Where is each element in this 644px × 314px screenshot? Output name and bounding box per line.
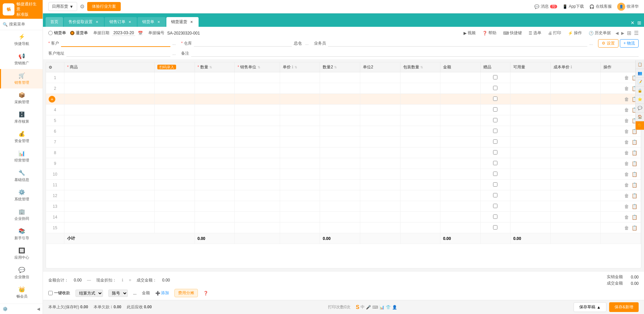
- right-panel-active[interactable]: 🟠: [636, 121, 644, 130]
- delete-row-7[interactable]: 🗑: [624, 139, 630, 145]
- user-profile[interactable]: 👤 徐泽华: [617, 3, 639, 11]
- sidebar-item-finance[interactable]: 💰 资金管理: [0, 127, 43, 147]
- add-payment-btn[interactable]: ➕ 添加: [155, 290, 169, 296]
- address-input[interactable]: [66, 50, 170, 57]
- cost-info-icon[interactable]: ℹ: [571, 65, 572, 69]
- remark-input[interactable]: [191, 50, 639, 57]
- save-draft-btn[interactable]: 保存草稿 ▲: [574, 302, 606, 312]
- one-click-payment[interactable]: 一键收款: [48, 290, 70, 296]
- gift-checkbox-12[interactable]: [493, 193, 497, 197]
- gift-checkbox-10[interactable]: [493, 172, 497, 176]
- col-scan[interactable]: 扫码录入: [155, 62, 195, 72]
- industry-select[interactable]: 日用百货 ▼: [48, 2, 77, 11]
- gift-checkbox-13[interactable]: [493, 204, 497, 208]
- customer-input[interactable]: [61, 40, 170, 47]
- discount-info-icon[interactable]: ℹ: [122, 278, 123, 282]
- close-tab-price[interactable]: ✕: [95, 20, 99, 24]
- gift-checkbox-11[interactable]: [493, 182, 497, 187]
- fee-help-icon[interactable]: ❓: [203, 291, 208, 296]
- pack-sort-icon[interactable]: ⇅: [420, 65, 423, 69]
- right-panel-star[interactable]: ⭐: [636, 95, 644, 104]
- operate-btn[interactable]: ⚡ 操作: [566, 29, 584, 37]
- app-download-btn[interactable]: 📱 App下载: [562, 4, 584, 9]
- copy-row-13[interactable]: 📋: [631, 203, 638, 210]
- salesman-select-btn[interactable]: ...: [589, 41, 593, 46]
- sidebar-item-marketing[interactable]: 📢 营销推广: [0, 50, 43, 69]
- delete-row-1-btn[interactable]: 🗑: [624, 74, 630, 81]
- shortcut-btn[interactable]: ⌨ 快捷键: [501, 29, 524, 37]
- salesman-input[interactable]: [328, 40, 587, 47]
- next-doc-btn[interactable]: ▶: [621, 31, 624, 36]
- gift-checkbox-6[interactable]: [493, 129, 497, 133]
- gift-checkbox-15[interactable]: [493, 225, 497, 230]
- delete-row-9[interactable]: 🗑: [624, 160, 630, 167]
- gift-checkbox-14[interactable]: [493, 214, 497, 219]
- copy-row-7[interactable]: 📋: [631, 139, 638, 145]
- sidebar-item-operation[interactable]: 📊 经营管理: [0, 147, 43, 166]
- close-tab-sales[interactable]: ✕: [156, 20, 161, 24]
- copy-row-12[interactable]: 📋: [631, 192, 638, 199]
- unit-sort-icon[interactable]: ⇅: [258, 65, 260, 69]
- delete-row-3-btn[interactable]: 🗑: [624, 96, 630, 103]
- right-panel-home[interactable]: 🏠: [636, 113, 644, 121]
- sidebar-item-enterprise[interactable]: 🏢 企业协同: [0, 205, 43, 225]
- calendar-icon[interactable]: 📅: [138, 31, 143, 36]
- warehouse-input[interactable]: [194, 40, 292, 47]
- close-tab-sales-order[interactable]: ✕: [127, 20, 132, 24]
- copy-row-8[interactable]: 📋: [631, 149, 638, 156]
- gift-checkbox-5[interactable]: [493, 118, 497, 122]
- copy-row-15[interactable]: 📋: [631, 225, 638, 231]
- gift-checkbox-1[interactable]: [493, 75, 497, 79]
- product-input-3[interactable]: [67, 97, 152, 102]
- experience-btn[interactable]: 体验行业方案: [87, 2, 121, 11]
- debt-info-icon[interactable]: ℹ: [111, 305, 112, 309]
- gift-checkbox-7[interactable]: [493, 139, 497, 144]
- copy-row-10[interactable]: 📋: [631, 171, 638, 178]
- gift-checkbox-2[interactable]: [493, 86, 497, 90]
- delete-row-11[interactable]: 🗑: [624, 182, 630, 188]
- add-row-btn[interactable]: +: [49, 96, 55, 103]
- delete-row-13[interactable]: 🗑: [624, 203, 630, 210]
- sidebar-item-system[interactable]: ⚙️ 系统管理: [0, 186, 43, 205]
- qty-sort-icon[interactable]: ⇅: [209, 65, 212, 69]
- delete-row-2-btn[interactable]: 🗑: [624, 85, 630, 92]
- tab-sales-order[interactable]: 销售订单 ✕: [105, 17, 137, 27]
- right-panel-chat[interactable]: 💬: [636, 104, 644, 113]
- gift-checkbox-8[interactable]: [493, 150, 497, 154]
- online-service-btn[interactable]: 🎧 在线客服: [589, 4, 612, 9]
- prev-doc-btn[interactable]: ◀: [615, 31, 619, 36]
- tab-price-extract[interactable]: 售价提取设置 ✕: [64, 17, 104, 27]
- copy-row-11[interactable]: 📋: [631, 182, 638, 188]
- account-method-select[interactable]: 结算方式: [75, 290, 103, 297]
- setting-btn[interactable]: ⚙ 设置: [598, 39, 618, 48]
- copy-row-14[interactable]: 📋: [631, 214, 638, 221]
- fee-split-btn[interactable]: 费用分摊: [174, 289, 198, 297]
- gift-checkbox-4[interactable]: [493, 107, 497, 112]
- address-select-btn[interactable]: ...: [172, 51, 176, 56]
- window-maximize-btn[interactable]: ⊞: [637, 20, 641, 25]
- radio-return[interactable]: 退货单: [70, 30, 88, 36]
- delete-row-15[interactable]: 🗑: [624, 225, 630, 231]
- tab-sales[interactable]: 销货单 ✕: [138, 17, 166, 27]
- message-btn[interactable]: 💬 消息 70: [534, 4, 557, 9]
- settings-icon[interactable]: ⚙️: [3, 307, 8, 311]
- delete-row-8[interactable]: 🗑: [624, 149, 630, 156]
- search-menu[interactable]: 🔍 搜索菜单: [0, 19, 43, 30]
- delete-row-12[interactable]: 🗑: [624, 192, 630, 199]
- gift-checkbox-3[interactable]: [493, 97, 497, 101]
- select-btn[interactable]: ☰ 选单: [527, 29, 543, 37]
- delete-row-6[interactable]: 🗑: [624, 128, 630, 135]
- window-close-btn[interactable]: ✕: [631, 20, 635, 25]
- print-btn[interactable]: 🖨 打印: [546, 29, 563, 37]
- copy-row-9[interactable]: 📋: [631, 160, 638, 167]
- price-info-icon[interactable]: ℹ: [292, 65, 293, 69]
- collapse-icon[interactable]: ◀: [37, 307, 40, 311]
- right-panel-lock[interactable]: 🔒: [636, 86, 644, 95]
- history-btn[interactable]: 🕐 历史单据: [587, 29, 613, 37]
- qty2-sort-icon[interactable]: ⇅: [334, 65, 337, 69]
- list-view-btn[interactable]: ☰: [634, 30, 639, 36]
- right-panel-clipboard[interactable]: 📋: [636, 60, 644, 69]
- logistics-btn[interactable]: + 物流: [620, 39, 639, 48]
- delete-row-4[interactable]: 🗑: [624, 107, 630, 113]
- sidebar-item-app-center[interactable]: 🔲 应用中心: [0, 244, 43, 263]
